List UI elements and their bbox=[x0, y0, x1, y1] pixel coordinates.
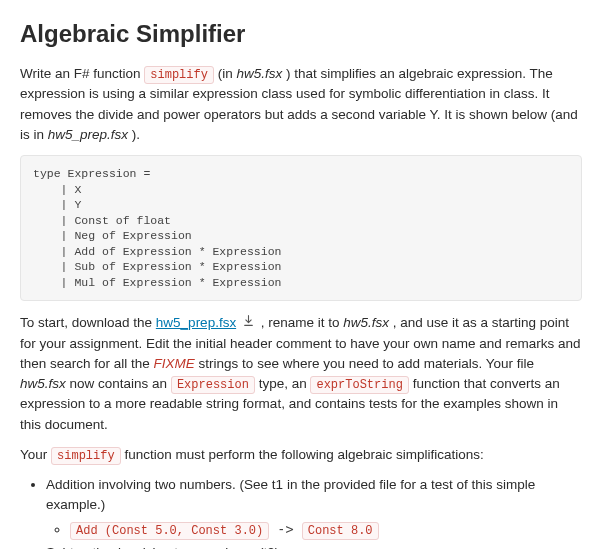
list-item: Addition involving two numbers. (See t1 … bbox=[46, 475, 582, 540]
filename: hw5.fsx bbox=[236, 66, 282, 81]
prep-file-link[interactable]: hw5_prep.fsx bbox=[156, 315, 236, 330]
text: ). bbox=[132, 127, 140, 142]
text: To start, download the bbox=[20, 315, 156, 330]
arrow-icon: -> bbox=[269, 521, 302, 537]
page-title: Algebraic Simplifier bbox=[20, 16, 582, 52]
filename: hw5.fsx bbox=[343, 315, 389, 330]
text: , rename it to bbox=[261, 315, 344, 330]
list-item: Subtraction involving two numbers. (t2)S… bbox=[46, 543, 582, 549]
rules-list: Addition involving two numbers. (See t1 … bbox=[20, 475, 582, 549]
text: Write an F# function bbox=[20, 66, 144, 81]
start-paragraph: To start, download the hw5_prep.fsx , re… bbox=[20, 313, 582, 435]
intro-paragraph: Write an F# function simplify (in hw5.fs… bbox=[20, 64, 582, 145]
exprtostring-code: exprToString bbox=[310, 376, 408, 394]
download-icon[interactable] bbox=[242, 313, 255, 333]
text: type, an bbox=[259, 376, 311, 391]
fixme-marker: FIXME bbox=[154, 356, 195, 371]
text: (in bbox=[218, 66, 237, 81]
expression-type-code: Expression bbox=[171, 376, 255, 394]
text: strings to see where you need to add mat… bbox=[199, 356, 534, 371]
expression-type-code-block: type Expression = | X | Y | Const of flo… bbox=[20, 155, 582, 301]
requirement-paragraph: Your simplify function must perform the … bbox=[20, 445, 582, 465]
list-item: Add (Const 5.0, Const 3.0) -> Const 8.0 bbox=[70, 519, 582, 540]
examples-list: Add (Const 5.0, Const 3.0) -> Const 8.0 bbox=[46, 519, 582, 540]
text: now contains an bbox=[70, 376, 171, 391]
simplify-code: simplify bbox=[51, 447, 121, 465]
filename: hw5_prep.fsx bbox=[48, 127, 128, 142]
text: Your bbox=[20, 447, 51, 462]
rule-text: Addition involving two numbers. (See t1 … bbox=[46, 477, 535, 512]
example-lhs-code: Add (Const 5.0, Const 3.0) bbox=[70, 522, 269, 540]
text: function must perform the following alge… bbox=[124, 447, 483, 462]
filename: hw5.fsx bbox=[20, 376, 66, 391]
simplify-code: simplify bbox=[144, 66, 214, 84]
rule-text: Subtraction involving two numbers. (t2) bbox=[46, 545, 279, 549]
example-rhs-code: Const 8.0 bbox=[302, 522, 379, 540]
